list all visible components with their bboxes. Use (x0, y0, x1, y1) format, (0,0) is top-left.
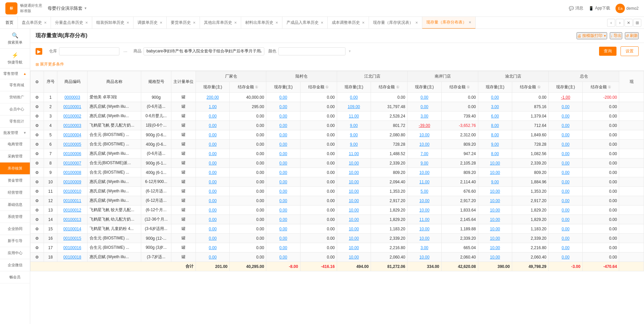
td-changjiancang-qty[interactable]: 0.00 (196, 196, 230, 205)
td-code[interactable]: 00100003 (57, 121, 88, 130)
info-icon-5[interactable]: ① (537, 85, 541, 89)
td-jiangbei-qty[interactable]: 11.00 (337, 149, 371, 158)
tab-close-4[interactable]: ✕ (160, 21, 162, 25)
print-btn[interactable]: 🖨 按模版打印 ▼ (577, 32, 607, 39)
tab-10[interactable]: 现存量（库存状况表） ✕ (369, 17, 422, 29)
td-yubei-qty[interactable]: 9.00 (478, 140, 512, 149)
td-changjiancang-qty[interactable]: 200.00 (196, 93, 230, 102)
td-settings[interactable]: ⚙ (31, 215, 44, 224)
td-jiangbei-qty[interactable]: 9.00 (337, 140, 371, 149)
td-code[interactable]: 0000003 (57, 93, 88, 102)
td-settings[interactable]: ⚙ (31, 130, 44, 140)
td-total-qty[interactable]: 0.00 (549, 196, 583, 205)
td-settings[interactable]: ⚙ (31, 168, 44, 177)
sidebar-item-retail-stats[interactable]: 零售统计 (0, 115, 30, 128)
td-code[interactable]: 00100007 (57, 158, 88, 168)
td-jiangbei-qty[interactable]: 10.00 (337, 215, 371, 224)
sidebar-item-operations[interactable]: 经营管理 (0, 187, 30, 199)
message-btn[interactable]: 💬 消息 (569, 5, 583, 11)
tab-11[interactable]: 现存量（库存分布表） ✕ (422, 17, 476, 29)
td-total-qty[interactable]: 0.00 (549, 205, 583, 215)
sidebar-item-ecommerce[interactable]: 电商管理 (0, 138, 30, 150)
td-lucuncang-qty[interactable]: 0.00 (266, 196, 300, 205)
td-yubei-qty[interactable]: 10.00 (478, 205, 512, 215)
td-code[interactable]: 00100013 (57, 215, 88, 224)
sidebar-item-retail-mgmt[interactable]: 零售管理 ▲ (0, 68, 30, 79)
td-total-qty[interactable]: 0.00 (549, 149, 583, 158)
org-selector[interactable]: 母婴行业演示陈套 ▼ (48, 5, 87, 11)
td-nanan-qty[interactable]: 10.00 (408, 130, 441, 140)
td-settings[interactable]: ⚙ (31, 234, 44, 243)
td-jiangbei-qty[interactable]: 109.00 (337, 102, 371, 111)
td-lucuncang-qty[interactable]: 0.00 (266, 102, 300, 111)
tab-home[interactable]: 首页 (1, 17, 18, 29)
tab-6[interactable]: 其他出库单历史 ✕ (200, 17, 241, 29)
td-changjiancang-qty[interactable]: 1.00 (196, 102, 230, 111)
tab-close-8[interactable]: ✕ (321, 21, 323, 25)
td-yubei-qty[interactable]: 8.00 (478, 121, 512, 130)
info-icon-2[interactable]: ① (325, 85, 329, 89)
td-nanan-qty[interactable]: 10.00 (408, 168, 441, 177)
sidebar-item-wechat[interactable]: 企业微信 (0, 259, 30, 271)
sidebar-item-guide[interactable]: 新手引导 (0, 235, 30, 247)
td-yubei-qty[interactable]: 10.00 (478, 158, 512, 168)
td-settings[interactable]: ⚙ (31, 243, 44, 252)
td-settings[interactable]: ⚙ (31, 93, 44, 102)
sidebar-item-finance[interactable]: 资金管理 (0, 175, 30, 187)
sidebar-item-member-center[interactable]: 会员中心 (0, 103, 30, 115)
tab-close-11[interactable]: ✕ (469, 20, 471, 24)
td-total-qty[interactable]: 0.00 (549, 140, 583, 149)
td-nanan-qty[interactable]: 0.00 (408, 102, 441, 111)
td-code[interactable]: 00100015 (57, 234, 88, 243)
td-yubei-qty[interactable]: 10.00 (478, 243, 512, 252)
td-yubei-qty[interactable]: 8.00 (478, 130, 512, 140)
td-total-qty[interactable]: 0.00 (549, 130, 583, 140)
td-code[interactable]: 00100001 (57, 102, 88, 111)
td-nanan-qty[interactable]: 0.00 (408, 93, 441, 102)
td-lucuncang-qty[interactable]: 0.00 (266, 111, 300, 121)
warehouse-input[interactable] (59, 47, 119, 55)
goods-input[interactable] (144, 47, 264, 55)
td-total-qty[interactable]: 0.00 (549, 102, 583, 111)
color-input[interactable] (278, 47, 345, 55)
td-code[interactable]: 00100002 (57, 111, 88, 121)
td-total-qty[interactable]: 0.00 (549, 111, 583, 121)
td-nanan-qty[interactable]: 10.00 (408, 205, 441, 215)
td-nanan-qty[interactable]: 10.00 (408, 252, 441, 262)
td-code[interactable]: 00100009 (57, 177, 88, 187)
td-yubei-qty[interactable]: 6.00 (478, 111, 512, 121)
tab-5[interactable]: 要货单历史 ✕ (167, 17, 200, 29)
sidebar-item-quicknav[interactable]: ⚡ 快捷导航 (0, 49, 30, 68)
td-settings[interactable]: ⚙ (31, 205, 44, 215)
td-lucuncang-qty[interactable]: 0.00 (266, 93, 300, 102)
td-settings[interactable]: ⚙ (31, 224, 44, 234)
sidebar-item-system[interactable]: 系统管理 (0, 211, 30, 223)
td-total-qty[interactable]: 0.00 (549, 243, 583, 252)
tab-7[interactable]: 材料出库单历史 ✕ (241, 17, 282, 29)
td-yubei-qty[interactable]: 10.00 (478, 252, 512, 262)
td-code[interactable]: 00100006 (57, 149, 88, 158)
td-total-qty[interactable]: 0.00 (549, 177, 583, 187)
td-code[interactable]: 00100016 (57, 243, 88, 252)
td-yubei-qty[interactable]: 10.00 (478, 168, 512, 177)
tab-3[interactable]: 组装拆卸单历史 ✕ (92, 17, 133, 29)
td-lucuncang-qty[interactable]: 0.00 (266, 252, 300, 262)
td-changjiancang-qty[interactable]: 0.00 (196, 252, 230, 262)
sidebar-item-marketing[interactable]: 营销推广 (0, 91, 30, 103)
sidebar-item-collab[interactable]: 企业协同 (0, 223, 30, 235)
info-icon-6[interactable]: ① (608, 85, 611, 89)
td-changjiancang-qty[interactable]: 0.00 (196, 111, 230, 121)
tab-8[interactable]: 产成品入库单历史 ✕ (282, 17, 328, 29)
td-changjiancang-qty[interactable]: 0.00 (196, 215, 230, 224)
td-lucuncang-qty[interactable]: 0.00 (266, 158, 300, 168)
td-jiangbei-qty[interactable]: 10.00 (337, 158, 371, 168)
td-jiangbei-qty[interactable]: 10.00 (337, 187, 371, 196)
sidebar-item-purchase[interactable]: 采购管理 (0, 150, 30, 163)
td-changjiancang-qty[interactable]: 0.00 (196, 140, 230, 149)
td-changjiancang-qty[interactable]: 0.00 (196, 205, 230, 215)
td-changjiancang-qty[interactable]: 0.00 (196, 149, 230, 158)
td-yubei-qty[interactable]: 8.00 (478, 149, 512, 158)
td-nanan-qty[interactable]: 5.00 (408, 187, 441, 196)
td-code[interactable]: 00100014 (57, 224, 88, 234)
td-jiangbei-qty[interactable]: 11.00 (337, 111, 371, 121)
